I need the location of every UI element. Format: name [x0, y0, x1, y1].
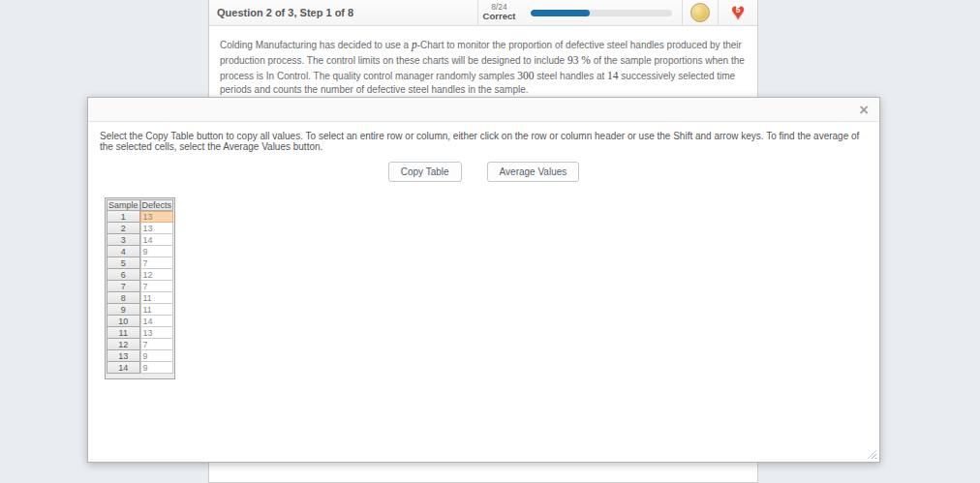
- question-text-segment: Colding Manufacturing has decided to use…: [220, 40, 412, 50]
- defects-cell-2[interactable]: 13: [140, 223, 174, 234]
- table-row: 1014: [107, 316, 173, 327]
- defects-cell-11[interactable]: 13: [140, 327, 174, 339]
- question-header-bar: Question 2 of 3, Step 1 of 8 8/24 Correc…: [209, 0, 757, 26]
- defects-cell-12[interactable]: 7: [140, 339, 174, 350]
- defects-cell-13[interactable]: 9: [140, 350, 174, 362]
- lives-box: ♥ 5: [718, 0, 757, 25]
- row-header-sample-4[interactable]: 4: [107, 246, 140, 257]
- row-header-sample-13[interactable]: 13: [107, 350, 140, 362]
- table-row: 49: [107, 246, 173, 257]
- row-header-sample-14[interactable]: 14: [107, 362, 140, 374]
- question-step-title: Question 2 of 3, Step 1 of 8: [209, 0, 477, 25]
- table-row: 612: [107, 269, 173, 281]
- table-row: 314: [107, 234, 173, 246]
- table-row: 127: [107, 339, 173, 350]
- table-row: 213: [107, 223, 173, 234]
- row-header-sample-5[interactable]: 5: [107, 257, 140, 269]
- average-values-button[interactable]: Average Values: [487, 162, 580, 182]
- table-row: 149: [107, 362, 173, 374]
- table-row: 57: [107, 257, 173, 269]
- table-row: 113: [107, 211, 173, 223]
- progress-bar: [520, 0, 682, 25]
- question-text: Colding Manufacturing has decided to use…: [220, 37, 747, 97]
- column-header-sample[interactable]: Sample: [107, 199, 140, 211]
- dialog-buttons: Copy Table Average Values: [88, 162, 879, 182]
- table-row: 811: [107, 292, 173, 304]
- defects-cell-1[interactable]: 13: [140, 211, 174, 223]
- defects-cell-14[interactable]: 9: [140, 362, 174, 374]
- table-dialog: × Select the Copy Table button to copy a…: [87, 97, 880, 463]
- defects-cell-7[interactable]: 7: [140, 281, 174, 292]
- progress-fill: [531, 10, 590, 16]
- table-row: 1113: [107, 327, 173, 339]
- row-header-sample-9[interactable]: 9: [107, 304, 140, 316]
- row-header-sample-6[interactable]: 6: [107, 269, 140, 281]
- defects-cell-9[interactable]: 11: [140, 304, 174, 316]
- heart-icon: ♥ 5: [726, 2, 750, 23]
- resize-handle-icon[interactable]: [868, 450, 876, 459]
- data-table-container: Sample Defects 1132133144957612778119111…: [105, 197, 175, 379]
- progress-track: [531, 10, 672, 16]
- defects-cell-3[interactable]: 14: [140, 234, 174, 246]
- column-header-defects[interactable]: Defects: [140, 199, 174, 211]
- defects-cell-4[interactable]: 9: [140, 246, 174, 257]
- coin-box: [682, 0, 718, 25]
- row-header-sample-11[interactable]: 11: [107, 327, 140, 339]
- row-header-sample-7[interactable]: 7: [107, 281, 140, 292]
- row-header-sample-2[interactable]: 2: [107, 223, 140, 234]
- lives-count: 5: [726, 5, 750, 15]
- question-text-segment: steel handles at: [534, 71, 607, 81]
- data-table: Sample Defects 1132133144957612778119111…: [107, 199, 173, 374]
- close-icon[interactable]: ×: [858, 103, 870, 116]
- dialog-instructions: Select the Copy Table button to copy all…: [100, 131, 868, 152]
- coin-icon: [690, 3, 710, 22]
- table-row: 77: [107, 281, 173, 292]
- dialog-title-bar[interactable]: ×: [88, 98, 879, 122]
- table-row: 911: [107, 304, 173, 316]
- question-text-segment: 300: [517, 70, 534, 81]
- copy-table-button[interactable]: Copy Table: [388, 162, 462, 182]
- question-text-segment: 93 %: [567, 54, 591, 66]
- table-body: 1132133144957612778119111014111312713914…: [107, 211, 173, 374]
- table-row: 139: [107, 350, 173, 362]
- defects-cell-10[interactable]: 14: [140, 316, 174, 327]
- defects-cell-8[interactable]: 11: [140, 292, 174, 304]
- row-header-sample-12[interactable]: 12: [107, 339, 140, 350]
- defects-cell-6[interactable]: 12: [140, 269, 174, 281]
- score-box: 8/24 Correct: [477, 0, 520, 25]
- row-header-sample-8[interactable]: 8: [107, 292, 140, 304]
- row-header-sample-10[interactable]: 10: [107, 316, 140, 327]
- question-text-segment: 14: [607, 70, 619, 81]
- defects-cell-5[interactable]: 7: [140, 257, 174, 269]
- row-header-sample-3[interactable]: 3: [107, 234, 140, 246]
- row-header-sample-1[interactable]: 1: [107, 211, 140, 223]
- score-label: Correct: [483, 12, 516, 21]
